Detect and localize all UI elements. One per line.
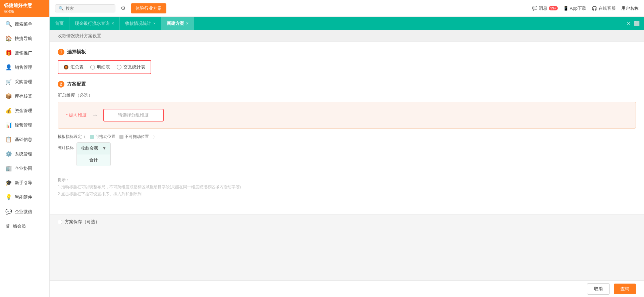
tips-title: 提示： [58, 177, 636, 183]
system-label: 系统管理 [15, 151, 32, 157]
sidebar-item-basic-info[interactable]: 📋基础信息 [0, 132, 49, 147]
section1-num: 1 [58, 49, 64, 55]
section1-title: 选择模板 [67, 49, 86, 55]
template-detail[interactable]: 明细表 [90, 64, 110, 70]
service-icon: 🎧 [592, 6, 597, 11]
tab-new-plan[interactable]: 新建方案× [161, 17, 194, 30]
save-option-bar: 方案保存（可选） [50, 214, 644, 229]
capital-icon: 💰 [5, 107, 12, 114]
section2-num: 2 [58, 81, 64, 88]
metrics-table: 收款金额 ▼ 合计 [76, 142, 111, 166]
close-window-icon[interactable]: ✕ [625, 20, 632, 27]
sidebar-item-system[interactable]: ⚙️系统管理 [0, 147, 49, 161]
username: 用户名称 [621, 5, 639, 11]
sidebar-item-purchase[interactable]: 🛒采购管理 [0, 75, 49, 89]
weixin-icon: 💬 [5, 208, 12, 215]
dimension-config-label: 汇总维度（必选） [58, 92, 636, 98]
tab-bar: 首页现金银行流水查询×收款情况统计×新建方案× ✕ ⬜ [50, 17, 644, 30]
guide-icon: 🎓 [5, 180, 12, 186]
marketing-icon: 🎁 [5, 50, 12, 56]
inventory-label: 库存核算 [15, 93, 32, 99]
cancel-button[interactable]: 取消 [587, 283, 610, 295]
metrics-col-amount: 收款金额 ▼ 合计 [77, 143, 110, 166]
download-icon: 📱 [563, 6, 569, 11]
topbar-search-box[interactable]: 🔍 [55, 4, 115, 12]
statistics-label: 统计指标 [58, 142, 76, 152]
sidebar-item-guide[interactable]: 🎓新手引导 [0, 176, 49, 190]
save-label: 方案保存（可选） [65, 219, 100, 225]
topbar: 🔍 ⚙ 体验行业方案 💬 消息 99+ 📱 App下载 🎧 在线客服 用户名称 [50, 0, 644, 17]
topbar-right: 💬 消息 99+ 📱 App下载 🎧 在线客服 用户名称 [532, 5, 639, 11]
tab-new-plan-close[interactable]: × [186, 21, 189, 26]
tips-item-1: 1.拖动标题栏可以调整布局，不可跨维度或指标区域拖动目字段(只能在同一维度或指标… [58, 184, 636, 190]
sidebar-item-capital[interactable]: 💰资金管理 [0, 103, 49, 118]
non-draggable-label: 不可拖动位置 [125, 134, 149, 140]
marketing-label: 营销推广 [15, 50, 32, 56]
trial-btn[interactable]: 体验行业方案 [131, 3, 166, 13]
settings-icon[interactable]: ⚙ [121, 5, 125, 11]
tab-home-label: 首页 [55, 20, 64, 27]
dimension-select[interactable]: 请选择分组维度 [103, 109, 164, 121]
section-config: 2 方案配置 汇总维度（必选） 纵向维度 → 请选择分组维度 模板指标设定（ [58, 81, 636, 201]
legend-non-draggable: 不可拖动位置 [119, 134, 149, 140]
metrics-section: 模板指标设定（ 可拖动位置 不可拖动位置 ） 统计指标 [58, 134, 636, 166]
tab-bank-flow[interactable]: 现金银行流水查询× [69, 17, 120, 30]
footer-bar: 取消 查询 [50, 280, 644, 297]
metrics-label: 模板指标设定（ 可拖动位置 不可拖动位置 ） [58, 134, 636, 140]
basic-info-icon: 📋 [5, 136, 12, 143]
sidebar-item-operations[interactable]: 📊经营管理 [0, 118, 49, 132]
tab-home[interactable]: 首页 [50, 17, 69, 30]
sidebar-item-inventory[interactable]: 📦库存核算 [0, 89, 49, 103]
save-checkbox[interactable] [58, 220, 62, 224]
maximize-window-icon[interactable]: ⬜ [633, 20, 640, 27]
search-input[interactable] [66, 6, 109, 11]
sidebar-logo-sub: 标准版 [4, 9, 32, 14]
sidebar-item-enterprise[interactable]: 🏢企业协同 [0, 161, 49, 176]
purchase-label: 采购管理 [15, 79, 32, 85]
search-menu-label: 搜索菜单 [15, 21, 32, 27]
sidebar-item-weixin[interactable]: 💬企业微信 [0, 204, 49, 219]
service-btn[interactable]: 🎧 在线客服 [592, 5, 616, 11]
template-cross[interactable]: 交叉统计表 [117, 64, 145, 70]
section1-header: 1 选择模板 [58, 49, 636, 55]
sidebar-item-marketing[interactable]: 🎁营销推广 [0, 46, 49, 60]
download-label: App下载 [570, 5, 586, 11]
metrics-table-wrapper: 统计指标 收款金额 ▼ 合计 [58, 142, 636, 166]
capital-label: 资金管理 [15, 108, 32, 114]
tab-receipt-stats-label: 收款情况统计 [125, 20, 151, 27]
metrics-col-dropdown-icon[interactable]: ▼ [102, 146, 106, 151]
inventory-icon: 📦 [5, 93, 12, 99]
member-label: 畅会员 [13, 223, 26, 229]
message-btn[interactable]: 💬 消息 99+ [532, 5, 558, 11]
content-area: 收款情况统计方案设置 1 选择模板 汇总表 明细表 [50, 30, 644, 297]
sidebar-logo: 畅捷通好生意 标准版 [0, 0, 49, 17]
sidebar-logo-title: 畅捷通好生意 [4, 3, 32, 9]
sidebar-item-smart-hw[interactable]: 💡智能硬件 [0, 190, 49, 204]
sidebar-item-search-menu[interactable]: 🔍搜索菜单 [0, 17, 49, 31]
page-breadcrumb: 收款情况统计方案设置 [50, 30, 644, 42]
template-summary[interactable]: 汇总表 [64, 64, 84, 70]
sidebar-item-member[interactable]: ♛畅会员 [0, 219, 49, 233]
tab-new-plan-label: 新建方案 [167, 20, 184, 27]
non-draggable-dot [119, 135, 123, 139]
enterprise-label: 企业协同 [15, 165, 32, 171]
metrics-col-header[interactable]: 收款金额 ▼ [77, 143, 110, 154]
sidebar-item-quick-nav[interactable]: 🏠快捷导航 [0, 31, 49, 46]
tab-receipt-stats[interactable]: 收款情况统计× [120, 17, 161, 30]
quick-nav-label: 快捷导航 [15, 36, 32, 42]
guide-label: 新手引导 [15, 180, 32, 186]
enterprise-icon: 🏢 [5, 165, 12, 171]
tab-bank-flow-close[interactable]: × [112, 21, 114, 26]
sidebar-nav: 🔍搜索菜单🏠快捷导航🎁营销推广👤销售管理🛒采购管理📦库存核算💰资金管理📊经营管理… [0, 17, 49, 297]
sidebar-item-sales[interactable]: 👤销售管理 [0, 60, 49, 75]
tab-receipt-stats-close[interactable]: × [153, 21, 156, 26]
query-button[interactable]: 查询 [614, 284, 636, 294]
metrics-label-text: 模板指标设定（ [58, 134, 86, 140]
download-btn[interactable]: 📱 App下载 [563, 5, 586, 11]
message-badge: 99+ [549, 6, 558, 10]
section-template: 1 选择模板 汇总表 明细表 交叉统计表 [58, 49, 636, 74]
section2-header: 2 方案配置 [58, 81, 636, 88]
main-area: 🔍 ⚙ 体验行业方案 💬 消息 99+ 📱 App下载 🎧 在线客服 用户名称 … [50, 0, 644, 297]
metrics-col-header-label: 收款金额 [81, 145, 98, 151]
search-menu-icon: 🔍 [5, 21, 12, 27]
